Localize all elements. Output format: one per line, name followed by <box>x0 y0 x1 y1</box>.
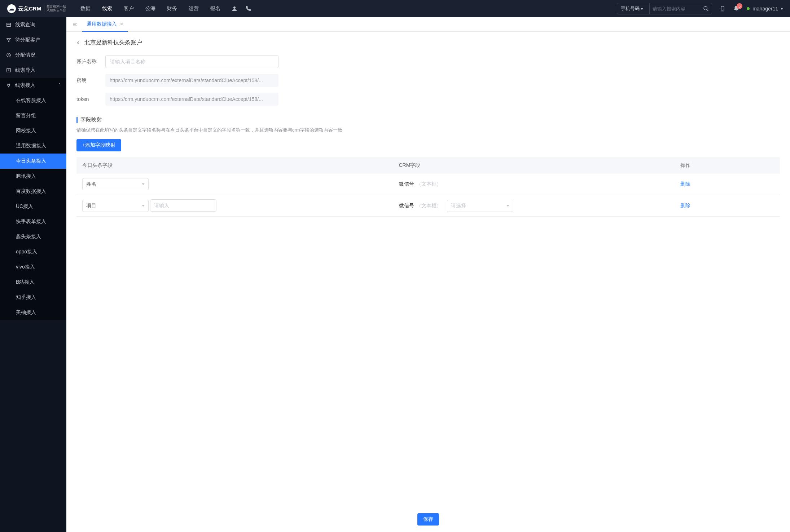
account-name-label: 账户名称 <box>76 58 105 65</box>
toutiao-field-select[interactable]: 项目 <box>82 200 149 212</box>
status-dot-icon <box>747 7 750 10</box>
crm-field-label: 微信号（文本框） <box>399 181 442 187</box>
mapping-section-title: 字段映射 <box>76 116 780 123</box>
nav-item-5[interactable]: 运营 <box>189 5 199 12</box>
content: 北京昱新科技头条账户 账户名称 密钥 https://crm.yunduocrm… <box>66 32 790 532</box>
delete-row-button[interactable]: 删除 <box>680 181 690 187</box>
cloud-icon: ☁ <box>7 4 16 13</box>
clock-icon <box>6 53 12 58</box>
sidebar-item-2[interactable]: 分配情况 <box>0 48 66 63</box>
close-icon[interactable]: ✕ <box>120 22 123 27</box>
user-name: manager11 <box>752 6 778 12</box>
sidebar-subitem-11[interactable]: vivo接入 <box>0 260 66 275</box>
sidebar-subitem-3[interactable]: 通用数据接入 <box>0 138 66 154</box>
search-group: 手机号码 ▾ <box>617 3 712 14</box>
nav-item-3[interactable]: 公海 <box>145 5 155 12</box>
crm-field-select[interactable]: 请选择 <box>447 200 513 212</box>
sidebar-subitem-9[interactable]: 趣头条接入 <box>0 229 66 244</box>
add-mapping-button[interactable]: +添加字段映射 <box>76 139 121 151</box>
chevron-up-icon: ˄ <box>58 83 61 88</box>
notification-badge: 5 <box>737 3 742 9</box>
account-name-input[interactable] <box>105 55 278 68</box>
svg-rect-5 <box>7 23 11 26</box>
mapping-hint: 请确保您在此填写的头条自定义字段名称与在今日头条平台中自定义的字段名称一致，并且… <box>76 127 780 133</box>
filter-icon <box>6 37 12 43</box>
nav-item-1[interactable]: 线索 <box>102 5 112 12</box>
section-bar-icon <box>76 117 78 123</box>
sidebar-subitem-2[interactable]: 网校接入 <box>0 123 66 138</box>
toutiao-extra-input[interactable] <box>150 199 216 212</box>
crm-field-label: 微信号（文本框） <box>399 203 442 209</box>
token-value[interactable]: https://crm.yunduocrm.com/externalData/s… <box>105 93 278 106</box>
logo: ☁ 云朵CRM 教育机构一站 式服务云平台 <box>7 4 66 13</box>
token-label: token <box>76 96 105 102</box>
logo-text: 云朵CRM <box>18 5 41 12</box>
sidebar-subitem-14[interactable]: 美柚接入 <box>0 305 66 320</box>
plug-icon <box>6 83 12 88</box>
user-icon[interactable] <box>231 5 238 12</box>
delete-row-button[interactable]: 删除 <box>680 203 690 208</box>
chevron-down-icon: ▾ <box>641 7 643 11</box>
sidebar-subitem-8[interactable]: 快手表单接入 <box>0 214 66 229</box>
col-action: 操作 <box>675 157 780 174</box>
mapping-table: 今日头条字段 CRM字段 操作 姓名微信号（文本框）删除项目 微信号（文本框） … <box>76 157 780 217</box>
secret-value[interactable]: https://crm.yunduocrm.com/externalData/s… <box>105 74 278 87</box>
sidebar-subitem-12[interactable]: B站接入 <box>0 275 66 290</box>
toutiao-field-select[interactable]: 姓名 <box>82 178 149 190</box>
sidebar-subitem-7[interactable]: UC接入 <box>0 199 66 214</box>
secret-label: 密钥 <box>76 77 105 84</box>
table-row: 姓名微信号（文本框）删除 <box>76 174 780 195</box>
search-button[interactable] <box>700 3 712 14</box>
col-toutiao: 今日头条字段 <box>76 157 393 174</box>
nav-item-6[interactable]: 报名 <box>210 5 220 12</box>
sidebar-subitem-10[interactable]: oppo接入 <box>0 244 66 260</box>
chevron-down-icon: ▾ <box>781 7 783 11</box>
sidebar-subitem-1[interactable]: 留言分组 <box>0 108 66 123</box>
svg-point-0 <box>233 6 236 9</box>
main: 通用数据接入 ✕ 北京昱新科技头条账户 账户名称 密钥 https://crm.… <box>66 17 790 532</box>
svg-point-1 <box>704 6 707 10</box>
sidebar-item-3[interactable]: 线索导入 <box>0 63 66 78</box>
sidebar-item-0[interactable]: 线索查询 <box>0 17 66 32</box>
sidebar-subitem-5[interactable]: 腾讯接入 <box>0 169 66 184</box>
svg-marker-7 <box>7 38 11 41</box>
col-crm: CRM字段 <box>393 157 675 174</box>
sidebar-item-1[interactable]: 待分配客户 <box>0 32 66 48</box>
back-button[interactable] <box>76 40 82 46</box>
search-type-select[interactable]: 手机号码 ▾ <box>617 3 650 14</box>
collapse-sidebar-button[interactable] <box>71 20 79 29</box>
logo-sub: 教育机构一站 式服务云平台 <box>44 5 66 12</box>
user-menu[interactable]: manager11 ▾ <box>747 6 783 12</box>
table-row: 项目 微信号（文本框） 请选择删除 <box>76 195 780 217</box>
svg-line-2 <box>707 9 708 11</box>
top-header: ☁ 云朵CRM 教育机构一站 式服务云平台 数据线索客户公海财务运营报名 手机号… <box>0 0 790 17</box>
list-icon <box>6 22 12 27</box>
top-nav: 数据线索客户公海财务运营报名 <box>80 5 220 12</box>
sidebar: 线索查询待分配客户分配情况线索导入线索接入˄在线客服接入留言分组网校接入通用数据… <box>0 17 66 532</box>
sidebar-subitem-6[interactable]: 百度数据接入 <box>0 184 66 199</box>
bell-icon[interactable]: 5 <box>733 5 739 12</box>
nav-item-0[interactable]: 数据 <box>80 5 91 12</box>
nav-item-2[interactable]: 客户 <box>124 5 134 12</box>
sidebar-item-4[interactable]: 线索接入˄ <box>0 78 66 93</box>
tab-generic-data[interactable]: 通用数据接入 ✕ <box>82 17 128 32</box>
save-button[interactable]: 保存 <box>417 513 439 526</box>
phone-icon[interactable] <box>245 5 251 12</box>
nav-item-4[interactable]: 财务 <box>167 5 177 12</box>
page-title: 北京昱新科技头条账户 <box>84 39 142 46</box>
search-input[interactable] <box>650 3 700 14</box>
header-right: 手机号码 ▾ 5 manager11 ▾ <box>617 3 783 14</box>
mobile-icon[interactable] <box>719 5 726 12</box>
tabs-bar: 通用数据接入 ✕ <box>66 17 790 32</box>
page-header: 北京昱新科技头条账户 <box>76 39 780 46</box>
sidebar-subitem-0[interactable]: 在线客服接入 <box>0 93 66 108</box>
sidebar-subitem-13[interactable]: 知乎接入 <box>0 290 66 305</box>
upload-icon <box>6 68 12 73</box>
sidebar-subitem-4[interactable]: 今日头条接入 <box>0 154 66 169</box>
